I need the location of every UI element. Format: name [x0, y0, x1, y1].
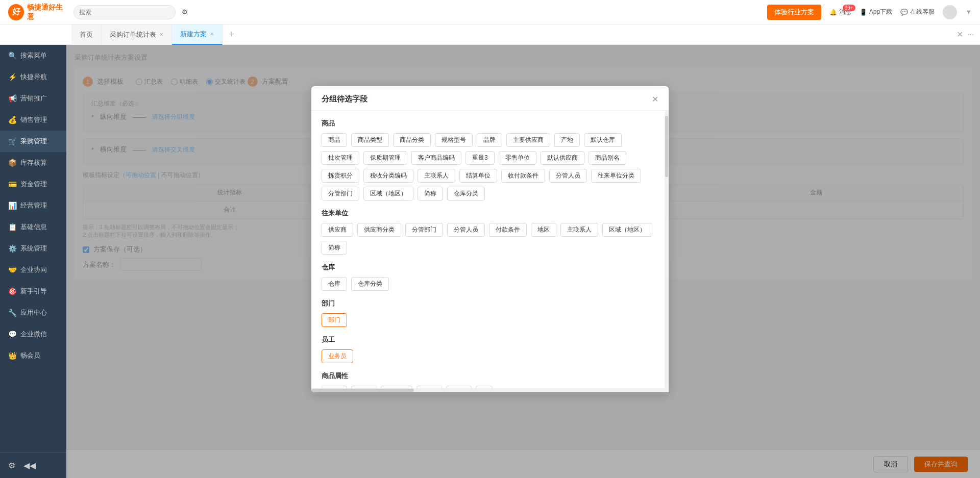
top-navigation: 好 畅捷通好生意 ⚙ 体验行业方案 🔔 消息 99+ 📱 App下载 💬 在线客…: [0, 0, 980, 24]
tag-party-category[interactable]: 往来单位分类: [591, 169, 641, 183]
sidebar-item-sales[interactable]: 💰 销售管理: [0, 109, 66, 131]
sidebar-item-marketing[interactable]: 📢 营销推广: [0, 88, 66, 109]
sidebar-item-operations-label: 经营管理: [20, 201, 47, 210]
dialog-title: 分组待选字段: [322, 94, 368, 104]
tag-tax-code[interactable]: 税收分类编码: [363, 169, 413, 183]
tag-party-dept[interactable]: 分管部门: [405, 223, 443, 237]
notifications-btn[interactable]: 🔔 消息 99+: [829, 8, 851, 16]
tag-payment-cond[interactable]: 付款条件: [489, 223, 527, 237]
tag-pick-points[interactable]: 拣货积分: [322, 169, 359, 183]
tag-customer-goods-code[interactable]: 客户商品编码: [411, 151, 461, 165]
tag-goods-type[interactable]: 商品类型: [351, 133, 389, 147]
tab-purchase-stats[interactable]: 采购订单统计表 ✕: [102, 24, 172, 45]
tag-warehouse[interactable]: 仓库: [322, 277, 347, 291]
sidebar-item-appstore[interactable]: 🔧 应用中心: [0, 302, 66, 323]
goods-tags: 商品 商品类型 商品分类 规格型号 品牌 主要供应商 产地 默认仓库 批次管理 …: [322, 133, 658, 200]
tag-warehouse-category[interactable]: 仓库分类: [447, 187, 485, 200]
operations-icon: 📊: [8, 202, 16, 210]
tag-area[interactable]: 地区: [531, 223, 556, 237]
app-download-btn[interactable]: 📱 App下载: [860, 8, 892, 16]
tag-supervisor[interactable]: 分管人员: [549, 169, 587, 183]
sidebar-item-basic-info[interactable]: 📋 基础信息: [0, 216, 66, 238]
sidebar-item-guide[interactable]: 🎯 新手引导: [0, 281, 66, 302]
tab-bar-close-icon[interactable]: ✕: [957, 30, 963, 39]
app-name: 畅捷通好生意: [27, 3, 69, 21]
tab-new-scheme[interactable]: 新建方案 ✕: [172, 24, 223, 45]
sidebar-item-quicknav[interactable]: ⚡ 快捷导航: [0, 66, 66, 88]
field-select-dialog: 分组待选字段 ✕ 商品 商品 商品类型 商品分类 规格型号 品牌 主要供应商 产…: [311, 86, 669, 392]
tag-short-name[interactable]: 简称: [418, 187, 443, 200]
section-goods-attr-title: 商品属性: [322, 371, 658, 381]
tag-main-contact[interactable]: 主联系人: [418, 169, 455, 183]
tab-home[interactable]: 首页: [71, 24, 102, 45]
dialog-scrollbar[interactable]: [665, 111, 669, 388]
tab-bar-more-icon[interactable]: ⋯: [967, 31, 974, 38]
search-bar[interactable]: [74, 5, 176, 19]
online-service-btn[interactable]: 💬 在线客服: [900, 8, 935, 16]
tab-new-scheme-label: 新建方案: [180, 30, 207, 39]
appstore-icon: 🔧: [8, 309, 16, 317]
tag-dept[interactable]: 分管部门: [322, 187, 359, 200]
tag-supplier[interactable]: 供应商: [322, 223, 353, 237]
search-input[interactable]: [74, 5, 176, 19]
section-goods: 商品 商品 商品类型 商品分类 规格型号 品牌 主要供应商 产地 默认仓库 批次…: [322, 119, 658, 200]
sidebar-item-wechat[interactable]: 💬 企业微信: [0, 323, 66, 345]
tag-weight3[interactable]: 重量3: [465, 151, 495, 165]
tag-default-warehouse[interactable]: 默认仓库: [584, 133, 622, 147]
tag-goods[interactable]: 商品: [322, 133, 347, 147]
sidebar-item-search[interactable]: 🔍 搜索菜单: [0, 45, 66, 66]
tag-main-supplier[interactable]: 主要供应商: [506, 133, 550, 147]
tag-party-region[interactable]: 区域（地区）: [602, 223, 652, 237]
tag-goods-alias[interactable]: 商品别名: [589, 151, 626, 165]
hscroll-corner: [665, 388, 669, 392]
tag-origin[interactable]: 产地: [554, 133, 580, 147]
tag-warehouse-cat[interactable]: 仓库分类: [351, 277, 389, 291]
online-service-label: 在线客服: [910, 8, 935, 16]
sidebar-item-system[interactable]: ⚙️ 系统管理: [0, 238, 66, 259]
tag-supplier-category[interactable]: 供应商分类: [357, 223, 401, 237]
avatar[interactable]: [943, 5, 957, 19]
app-download-label: App下载: [869, 8, 892, 16]
tab-close-purchase[interactable]: ✕: [159, 32, 163, 37]
tag-expiry-mgmt[interactable]: 保质期管理: [363, 151, 407, 165]
tag-salesperson[interactable]: 业务员: [322, 349, 353, 363]
tag-goods-category[interactable]: 商品分类: [393, 133, 431, 147]
sidebar-item-inventory[interactable]: 📦 库存核算: [0, 152, 66, 173]
tag-payment-terms[interactable]: 收付款条件: [501, 169, 545, 183]
experience-btn[interactable]: 体验行业方案: [767, 5, 821, 20]
search-menu-icon: 🔍: [8, 52, 16, 60]
dialog-close-btn[interactable]: ✕: [652, 94, 658, 104]
tag-party-short-name[interactable]: 简称: [322, 241, 347, 255]
sidebar-item-collab[interactable]: 🤝 企业协同: [0, 259, 66, 281]
sidebar-gear-icon[interactable]: ⚙: [8, 461, 15, 470]
logo-icon: 好: [8, 4, 24, 20]
tag-batch-mgmt[interactable]: 批次管理: [322, 151, 359, 165]
system-icon: ⚙️: [8, 244, 16, 253]
sidebar-item-operations[interactable]: 📊 经营管理: [0, 195, 66, 216]
dialog-hscrollbar[interactable]: [311, 388, 669, 392]
settings-icon[interactable]: ⚙: [182, 8, 188, 16]
inventory-icon: 📦: [8, 159, 16, 167]
basic-info-icon: 📋: [8, 223, 16, 231]
tag-retail-unit[interactable]: 零售单位: [499, 151, 536, 165]
sidebar-item-purchase[interactable]: 🛒 采购管理: [0, 131, 66, 152]
tag-default-supplier[interactable]: 默认供应商: [541, 151, 584, 165]
tag-department[interactable]: 部门: [322, 313, 347, 327]
tab-close-new-scheme[interactable]: ✕: [210, 31, 214, 37]
tag-settlement-unit[interactable]: 结算单位: [459, 169, 497, 183]
sidebar-item-finance[interactable]: 💳 资金管理: [0, 173, 66, 195]
sidebar-item-member[interactable]: 👑 畅会员: [0, 345, 66, 366]
bell-icon: 🔔: [829, 9, 837, 16]
section-warehouse-title: 仓库: [322, 263, 658, 272]
more-icon[interactable]: ▼: [965, 8, 972, 16]
tag-party-supervisor[interactable]: 分管人员: [447, 223, 485, 237]
department-tags: 部门: [322, 313, 658, 327]
tag-party-main-contact[interactable]: 主联系人: [560, 223, 598, 237]
sidebar-music-icon[interactable]: ◀◀: [23, 461, 36, 470]
tab-add-btn[interactable]: +: [223, 29, 240, 40]
download-icon: 📱: [860, 9, 867, 16]
tag-brand[interactable]: 品牌: [477, 133, 502, 147]
tag-region[interactable]: 区域（地区）: [363, 187, 413, 200]
sidebar-item-guide-label: 新手引导: [20, 287, 47, 296]
tag-spec-model[interactable]: 规格型号: [435, 133, 473, 147]
